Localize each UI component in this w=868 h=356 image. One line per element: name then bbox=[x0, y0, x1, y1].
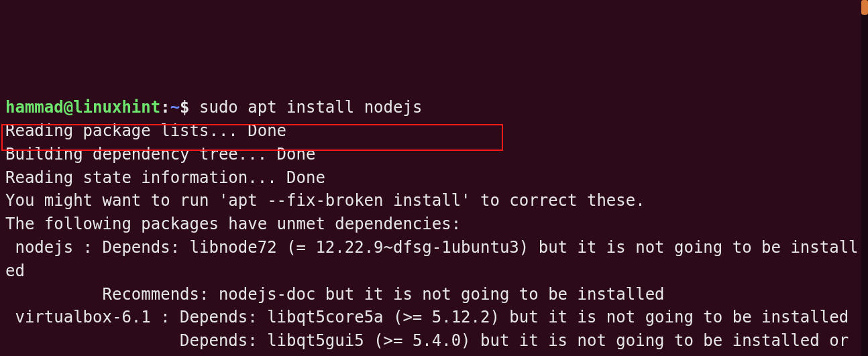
prompt-user: hammad@linuxhint bbox=[5, 98, 160, 117]
output-line-7: Recommends: nodejs-doc but it is not goi… bbox=[5, 285, 665, 304]
terminal-output: hammad@linuxhint:~$ sudo apt install nod… bbox=[5, 96, 863, 356]
command-text: sudo apt install nodejs bbox=[199, 98, 422, 117]
output-line-9: Depends: libqt5gui5 (>= 5.4.0) but it is… bbox=[5, 331, 849, 350]
scrollbar-track[interactable] bbox=[861, 0, 868, 356]
prompt-dollar: $ bbox=[180, 98, 189, 117]
output-line-6: nodejs : Depends: libnode72 (= 12.22.9~d… bbox=[5, 238, 859, 280]
prompt-path: ~ bbox=[170, 98, 180, 117]
output-line-5: The following packages have unmet depend… bbox=[5, 215, 461, 233]
scrollbar-thumb[interactable] bbox=[861, 0, 868, 15]
output-line-1: Reading package lists... Done bbox=[5, 121, 286, 140]
output-line-2: Building dependency tree... Done bbox=[5, 145, 315, 164]
output-line-3: Reading state information... Done bbox=[5, 168, 325, 187]
output-line-8: virtualbox-6.1 : Depends: libqt5core5a (… bbox=[5, 308, 849, 327]
output-line-4: You might want to run 'apt --fix-broken … bbox=[5, 191, 645, 210]
prompt-colon: : bbox=[160, 98, 170, 117]
